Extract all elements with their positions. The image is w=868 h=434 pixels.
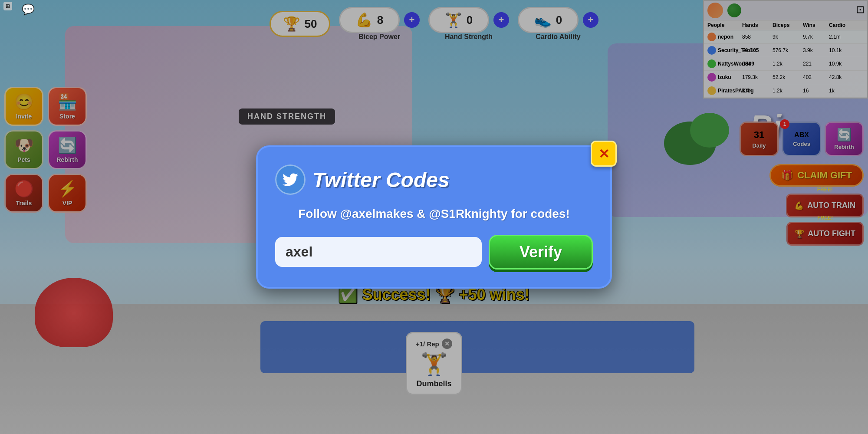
modal-title-bar: Twitter Codes: [275, 164, 593, 195]
modal-overlay: Twitter Codes Follow @axelmakes & @S1Rkn…: [0, 0, 868, 434]
twitter-icon: [275, 164, 306, 195]
modal-title: Twitter Codes: [312, 168, 450, 192]
code-input[interactable]: [275, 237, 482, 267]
window-chrome: ⊞: [0, 0, 16, 12]
modal-description: Follow @axelmakes & @S1Rknighty for code…: [275, 205, 593, 222]
chat-icon[interactable]: 💬: [22, 3, 35, 16]
window-btn-1[interactable]: ⊞: [3, 2, 12, 10]
roblox-icon[interactable]: ⊡: [856, 3, 865, 16]
verify-button[interactable]: Verify: [489, 235, 593, 270]
modal-input-row: Verify: [275, 235, 593, 270]
modal-close-button[interactable]: ✕: [591, 141, 617, 167]
twitter-codes-modal: Twitter Codes Follow @axelmakes & @S1Rkn…: [256, 145, 612, 288]
